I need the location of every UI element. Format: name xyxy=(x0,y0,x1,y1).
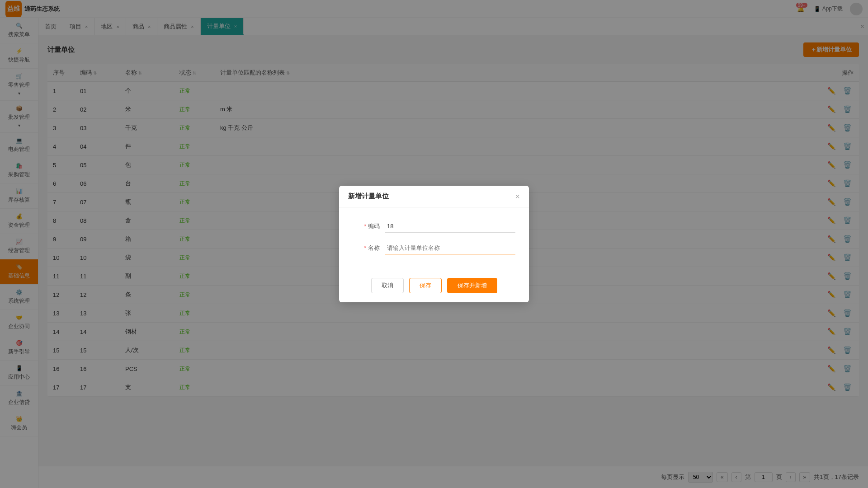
cancel-button[interactable]: 取消 xyxy=(371,278,404,293)
name-label: 名称 xyxy=(353,244,380,252)
save-button[interactable]: 保存 xyxy=(409,278,442,293)
name-input[interactable] xyxy=(385,242,515,254)
save-and-add-button[interactable]: 保存并新增 xyxy=(447,278,497,293)
code-input[interactable] xyxy=(385,220,515,233)
modal-close-button[interactable]: × xyxy=(515,192,520,201)
add-measure-unit-modal: 新增计量单位 × 编码 名称 取消 保存 保存并新增 xyxy=(339,186,529,302)
form-row-name: 名称 xyxy=(353,242,515,254)
modal-header: 新增计量单位 × xyxy=(339,186,529,207)
modal-footer: 取消 保存 保存并新增 xyxy=(339,272,529,302)
modal-title: 新增计量单位 xyxy=(348,192,389,201)
modal-body: 编码 名称 xyxy=(339,207,529,272)
form-row-code: 编码 xyxy=(353,220,515,233)
modal-overlay[interactable]: 新增计量单位 × 编码 名称 取消 保存 保存并新增 xyxy=(0,0,868,488)
code-label: 编码 xyxy=(353,222,380,230)
